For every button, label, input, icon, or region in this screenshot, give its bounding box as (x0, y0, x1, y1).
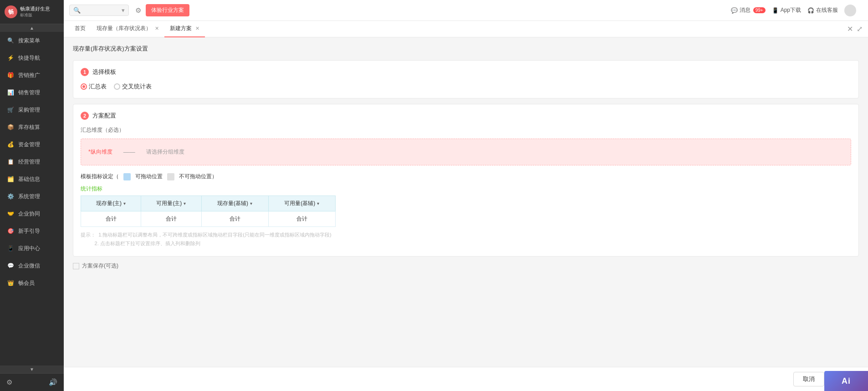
tab-home[interactable]: 首页 (69, 21, 91, 37)
expand-panel-icon[interactable]: ⤢ (857, 25, 863, 33)
experience-btn[interactable]: 体验行业方案 (146, 4, 189, 16)
tab-new-scheme-close[interactable]: ✕ (195, 26, 199, 31)
sidebar-item-operations[interactable]: 📋 经营管理 (0, 153, 64, 170)
table-row: 合计 合计 合计 合计 (81, 211, 336, 227)
col-main-inventory[interactable]: 现存量(主) ▾ (81, 196, 141, 211)
tab-inventory-label: 现存量（库存状况表） (97, 25, 151, 32)
col-main-available-label: 可用量(主) (156, 200, 182, 207)
cell-main-available-sub: 合计 (141, 211, 201, 227)
sidebar-nav: 🔍 搜索菜单 ⚡ 快捷导航 🎁 营销推广 📊 销售管理 🛒 采购管理 📦 库存核… (0, 32, 64, 365)
settings-gear-icon[interactable]: ⚙ (135, 6, 141, 15)
search-box[interactable]: 🔍 ▾ (69, 5, 129, 16)
tips-area: 提示： 1.拖动标题栏可以调整布局，不可跨维度或指标区域拖动栏目字段(只能在同一… (81, 232, 851, 247)
sidebar-scroll-down[interactable]: ▼ (0, 365, 64, 373)
non-draggable-badge (167, 173, 174, 180)
sidebar-item-quick-nav[interactable]: ⚡ 快捷导航 (0, 49, 64, 67)
sidebar-item-basic-info[interactable]: 🗂️ 基础信息 (0, 170, 64, 188)
step2-card: 2 方案配置 汇总维度（必选） *纵向维度 —— 请选择分组维度 模板指标设定（… (73, 104, 859, 257)
avatar[interactable] (844, 5, 856, 16)
sidebar-scroll-up[interactable]: ▲ (0, 24, 64, 32)
required-dim-area: *纵向维度 —— 请选择分组维度 (81, 139, 851, 165)
sidebar-item-system[interactable]: ⚙️ 系统管理 (0, 188, 64, 205)
sidebar-item-search-menu[interactable]: 🔍 搜索菜单 (0, 32, 64, 49)
app-edition: 标准版 (20, 12, 50, 18)
handshake-icon: 🤝 (6, 210, 15, 218)
radio-summary-dot (81, 83, 87, 90)
col-aux-inventory[interactable]: 现存量(基辅) ▾ (201, 196, 268, 211)
sidebar-item-finance[interactable]: 💰 资金管理 (0, 136, 64, 153)
tip-1: 提示： 1.拖动标题栏可以调整布局，不可跨维度或指标区域拖动栏目字段(只能在同一… (81, 232, 851, 238)
sidebar-item-new-guide[interactable]: 🎯 新手引导 (0, 222, 64, 240)
stats-table: 现存量(主) ▾ 可用量(主) ▾ (81, 196, 336, 227)
col-aux-available-label: 可用量(基辅) (284, 200, 315, 207)
app-download-item[interactable]: 📱 App下载 (772, 6, 801, 14)
tab-inventory-status[interactable]: 现存量（库存状况表） ✕ (91, 21, 164, 37)
radio-cross[interactable]: 交叉统计表 (114, 82, 152, 91)
tabs-bar: 首页 现存量（库存状况表） ✕ 新建方案 ✕ ✕ ⤢ (64, 21, 868, 37)
main-area: 🔍 ▾ ⚙ 体验行业方案 💬 消息 99+ 📱 App下载 🎧 在线客服 (64, 0, 868, 391)
col-main-inventory-chevron[interactable]: ▾ (123, 201, 126, 206)
money-icon: 💰 (6, 140, 15, 149)
col-aux-inventory-chevron[interactable]: ▾ (250, 201, 252, 206)
step1-label: 选择模板 (92, 68, 116, 76)
sidebar-item-label: 库存核算 (18, 123, 40, 131)
close-panel-icon[interactable]: ✕ (847, 25, 853, 33)
chart-icon: 📊 (6, 88, 15, 97)
headset-icon: 🎧 (807, 7, 814, 14)
sidebar-item-sales[interactable]: 📊 销售管理 (0, 84, 64, 101)
phone-icon: 📱 (6, 244, 15, 252)
radio-summary[interactable]: 汇总表 (81, 82, 107, 91)
topbar-right: 💬 消息 99+ 📱 App下载 🎧 在线客服 (731, 5, 863, 16)
folder-icon: 🗂️ (6, 175, 15, 183)
message-item[interactable]: 💬 消息 99+ (731, 6, 766, 14)
page-title: 现存量(库存状况表)方案设置 (73, 45, 859, 53)
speaker-icon[interactable]: 🔊 (49, 378, 57, 386)
col-aux-available-chevron[interactable]: ▾ (317, 201, 319, 206)
col-aux-available[interactable]: 可用量(基辅) ▾ (268, 196, 335, 211)
sidebar-item-label: 快捷导航 (18, 54, 40, 62)
download-icon: 📱 (772, 7, 779, 14)
clipboard-icon: 📋 (6, 158, 15, 166)
sidebar: 畅 畅康通好生意 标准版 ▲ 🔍 搜索菜单 ⚡ 快捷导航 🎁 营销推广 📊 销售… (0, 0, 64, 391)
col-aux-inventory-label: 现存量(基辅) (217, 200, 248, 207)
tab-inventory-close[interactable]: ✕ (155, 26, 159, 31)
sidebar-item-marketing[interactable]: 🎁 营销推广 (0, 67, 64, 84)
search-input[interactable] (82, 7, 119, 14)
dim-separator: —— (123, 149, 135, 155)
save-option: 方案保存(可选) (73, 262, 859, 270)
online-service-item[interactable]: 🎧 在线客服 (807, 6, 838, 14)
ai-fab-button[interactable]: Ai (824, 371, 868, 391)
sidebar-item-label: 营销推广 (18, 72, 40, 79)
save-checkbox[interactable] (73, 263, 79, 269)
search-icon: 🔍 (73, 7, 81, 14)
sidebar-item-label: 应用中心 (18, 245, 40, 252)
vertical-dim-label: *纵向维度 (88, 148, 112, 156)
col-main-available-chevron[interactable]: ▾ (184, 201, 186, 206)
radio-summary-label: 汇总表 (89, 82, 107, 91)
stats-title: 统计指标 (81, 185, 851, 193)
col-main-available[interactable]: 可用量(主) ▾ (141, 196, 201, 211)
sidebar-item-app-center[interactable]: 📱 应用中心 (0, 240, 64, 257)
sidebar-item-inventory[interactable]: 📦 库存核算 (0, 118, 64, 136)
tab-new-scheme-label: 新建方案 (170, 25, 192, 32)
search-dropdown-icon[interactable]: ▾ (122, 7, 125, 14)
sidebar-item-purchase[interactable]: 🛒 采购管理 (0, 101, 64, 118)
cancel-button[interactable]: 取消 (793, 372, 824, 386)
dim-placeholder: 请选择分组维度 (146, 148, 184, 156)
sidebar-item-corp-wechat[interactable]: 💬 企业微信 (0, 257, 64, 274)
sidebar-item-member[interactable]: 👑 畅会员 (0, 274, 64, 292)
tab-new-scheme[interactable]: 新建方案 ✕ (164, 21, 205, 37)
save-option-label: 方案保存(可选) (82, 262, 118, 270)
stats-section: 统计指标 现存量(主) ▾ (81, 185, 851, 227)
indicator-settings-text: 模板指标设定（ (81, 173, 119, 180)
gear-icon: ⚙️ (6, 192, 15, 201)
sidebar-item-label: 搜索菜单 (18, 37, 40, 45)
sidebar-item-label: 系统管理 (18, 193, 40, 201)
message-label: 消息 (740, 6, 751, 14)
settings-icon[interactable]: ⚙ (6, 378, 12, 386)
lightning-icon: ⚡ (6, 54, 15, 62)
sidebar-item-corp-agreement[interactable]: 🤝 企业协同 (0, 205, 64, 222)
step1-card: 1 选择模板 汇总表 交叉统计表 (73, 60, 859, 98)
sidebar-item-label: 采购管理 (18, 106, 40, 114)
sidebar-item-label: 新手引导 (18, 227, 40, 235)
